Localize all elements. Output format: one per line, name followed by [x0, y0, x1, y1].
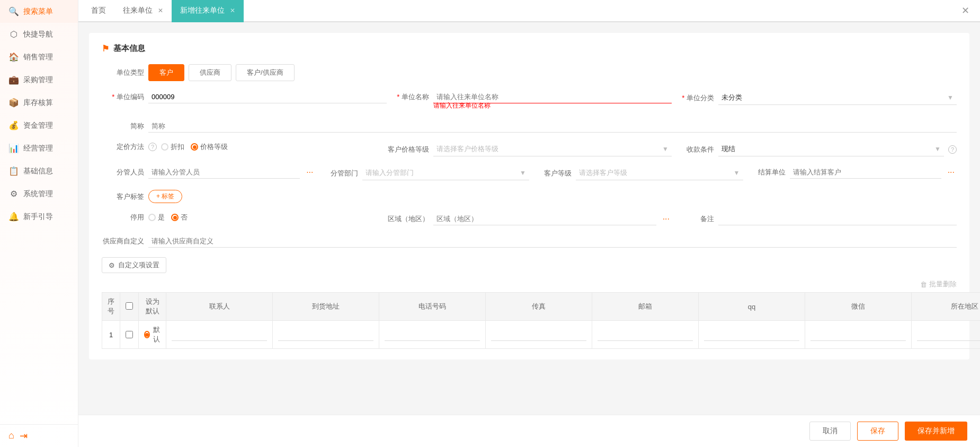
settlement-unit-more-btn[interactable]: ···: [946, 168, 957, 177]
disabled-yes-radio[interactable]: 是: [148, 213, 165, 222]
select-all-checkbox[interactable]: [126, 302, 133, 310]
manager-input[interactable]: [148, 166, 300, 179]
unit-code-input[interactable]: [148, 91, 387, 103]
pricing-discount-circle: [161, 143, 168, 151]
unit-type-buttons: 客户 供应商 客户/供应商: [148, 64, 295, 81]
unit-category-arrow: ▼: [947, 94, 954, 101]
custom-settings-button[interactable]: ⚙ 自定义项设置: [102, 257, 166, 273]
save-and-new-button[interactable]: 保存并新增: [905, 422, 967, 441]
settlement-unit-label: 结算单位: [743, 168, 786, 177]
disabled-no-radio[interactable]: 否: [171, 213, 188, 222]
payment-terms-label: 收款条件: [672, 145, 714, 154]
system-icon: ⚙: [8, 189, 19, 199]
payment-terms-select[interactable]: 现结 ▼: [718, 142, 944, 156]
customer-level-label: 客户等级: [529, 169, 572, 178]
short-name-input[interactable]: [148, 120, 957, 133]
supplier-custom-row: 供应商自定义: [102, 235, 957, 248]
sidebar-item-sales[interactable]: 🏠 销售管理: [0, 46, 78, 68]
row-default-radio[interactable]: 默认: [144, 325, 161, 344]
sidebar-item-search[interactable]: 🔍 搜索菜单: [0, 0, 78, 23]
finance-icon: 💰: [8, 120, 19, 130]
row-region[interactable]: [912, 321, 981, 349]
region-input[interactable]: [433, 213, 656, 225]
sidebar-expand-icon[interactable]: ⇥: [20, 430, 28, 442]
tab-partners[interactable]: 往来单位 ✕: [114, 0, 172, 22]
tab-new-partner-close[interactable]: ✕: [230, 7, 235, 14]
settlement-unit-input[interactable]: [790, 166, 941, 179]
unit-type-supplier[interactable]: 供应商: [189, 64, 231, 81]
region-more-btn[interactable]: ···: [661, 214, 672, 224]
col-phone: 电话号码: [379, 293, 486, 321]
row-phone[interactable]: [379, 321, 486, 349]
manager-label: 分管人员: [102, 168, 144, 177]
row-default: 默认: [139, 321, 166, 349]
pricing-discount-radio[interactable]: 折扣: [161, 142, 184, 152]
row-address[interactable]: [273, 321, 379, 349]
window-close-button[interactable]: ✕: [955, 5, 976, 16]
sidebar-home-icon[interactable]: ⌂: [8, 430, 14, 442]
disabled-yes-circle: [148, 214, 156, 221]
sidebar-item-operations[interactable]: 📊 经营管理: [0, 137, 78, 160]
unit-type-both[interactable]: 客户/供应商: [236, 64, 295, 81]
customer-price-level-placeholder: 请选择客户价格等级: [436, 144, 662, 154]
col-qq: qq: [699, 293, 805, 321]
row-seq: 1: [102, 321, 120, 349]
tab-partners-close[interactable]: ✕: [158, 7, 163, 14]
sidebar-item-newbie[interactable]: 🔔 新手引导: [0, 205, 78, 228]
col-wechat: 微信: [805, 293, 912, 321]
sidebar-item-quick-nav[interactable]: ⬡ 快捷导航: [0, 23, 78, 46]
sidebar-item-system[interactable]: ⚙ 系统管理: [0, 182, 78, 205]
row-checkbox[interactable]: [126, 331, 133, 338]
row-wechat[interactable]: [805, 321, 912, 349]
unit-category-value: 未分类: [721, 93, 947, 102]
customer-level-arrow: ▼: [734, 169, 740, 177]
unit-type-group: 单位类型 客户 供应商 客户/供应商: [102, 64, 957, 81]
disabled-region-row: 停用 是 否 区域（地区） ···: [102, 213, 957, 225]
manager-more-btn[interactable]: ···: [304, 168, 315, 177]
region-label: 区域（地区）: [387, 214, 429, 224]
sidebar-item-finance[interactable]: 💰 资金管理: [0, 114, 78, 137]
row-email[interactable]: [592, 321, 699, 349]
batch-delete-area[interactable]: 🗑 批量删除: [102, 279, 957, 289]
basic-info-row: 单位编码 单位名称 请输入往来单位名称 单位分类 未分类 ▼: [102, 91, 957, 110]
pricing-help-icon[interactable]: ?: [148, 143, 157, 151]
tab-bar: 首页 往来单位 ✕ 新增往来单位 ✕ ✕: [78, 0, 980, 22]
sidebar-item-purchase[interactable]: 💼 采购管理: [0, 68, 78, 91]
payment-terms-group: 收款条件 现结 ▼ ?: [672, 142, 957, 156]
unit-type-label: 单位类型: [102, 68, 144, 77]
short-name-group: 简称: [102, 120, 957, 133]
pricing-grade-radio[interactable]: 价格等级: [191, 142, 228, 152]
tab-home[interactable]: 首页: [83, 0, 114, 22]
supplier-custom-input[interactable]: [148, 235, 957, 248]
remark-label: 备注: [672, 214, 714, 224]
pricing-radio-group: 折扣 价格等级: [161, 142, 228, 152]
unit-code-group: 单位编码: [102, 91, 387, 103]
save-button[interactable]: 保存: [857, 422, 898, 441]
row-fax[interactable]: [486, 321, 592, 349]
remark-group: 备注: [672, 213, 957, 225]
customer-price-level-label: 客户价格等级: [387, 145, 429, 154]
sidebar-item-inventory[interactable]: 📦 库存核算: [0, 91, 78, 114]
col-contact: 联系人: [166, 293, 273, 321]
col-seq: 序号: [102, 293, 120, 321]
customer-price-level-select[interactable]: 请选择客户价格等级 ▼: [433, 142, 672, 156]
row-contact[interactable]: [166, 321, 273, 349]
row-qq[interactable]: [699, 321, 805, 349]
pricing-row: 定价方法 ? 折扣 价格等级 客户价格等级: [102, 142, 957, 156]
supplier-custom-label: 供应商自定义: [102, 236, 144, 246]
payment-terms-help-icon[interactable]: ?: [948, 145, 957, 154]
customer-price-level-arrow: ▼: [662, 145, 669, 153]
pricing-method-label: 定价方法: [102, 142, 144, 152]
cancel-button[interactable]: 取消: [809, 422, 851, 441]
department-select[interactable]: 请输入分管部门 ▼: [362, 166, 530, 180]
unit-type-customer[interactable]: 客户: [148, 64, 184, 81]
customer-level-select[interactable]: 请选择客户等级 ▼: [576, 166, 743, 180]
remark-input[interactable]: [718, 213, 957, 225]
sidebar-item-basic[interactable]: 📋 基础信息: [0, 160, 78, 182]
purchase-icon: 💼: [8, 75, 19, 85]
unit-category-select[interactable]: 未分类 ▼: [718, 91, 957, 105]
add-tag-button[interactable]: + 标签: [148, 190, 182, 203]
tab-new-partner[interactable]: 新增往来单位 ✕: [172, 0, 244, 22]
quick-nav-icon: ⬡: [8, 29, 19, 39]
unit-name-group: 单位名称 请输入往来单位名称: [387, 91, 672, 110]
